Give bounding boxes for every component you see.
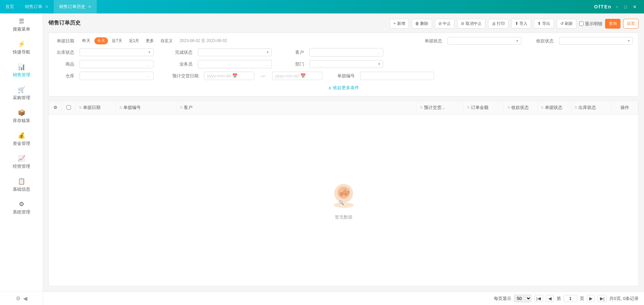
receipt-status-select[interactable]: ▾: [559, 37, 633, 45]
next-page-btn[interactable]: ▶: [587, 295, 595, 302]
tab-sales-history-close[interactable]: ✕: [88, 4, 91, 9]
calendar-to-icon[interactable]: 📅: [300, 73, 306, 78]
export-button[interactable]: ⬆ 导出: [534, 19, 554, 29]
cancel-stop-button[interactable]: ⊘ 取消中止: [457, 19, 485, 29]
date-shortcut-more[interactable]: 更多: [143, 37, 157, 44]
sidebar-item-system[interactable]: ⚙ 系统管理: [0, 196, 43, 219]
salesperson-input[interactable]: ...: [198, 60, 272, 68]
sidebar-item-inventory[interactable]: 📦 库存核算: [0, 105, 43, 128]
empty-text: 暂无数据: [335, 214, 352, 220]
th-date[interactable]: ⇅ 单据日期: [76, 102, 116, 113]
filter-row-3: 商品 ... 业务员 ... 部门 ▾: [54, 60, 633, 68]
th-delivery[interactable]: ⇅ 预计交货...: [417, 102, 464, 113]
complete-status-select[interactable]: ▾: [198, 48, 272, 56]
th-outstock[interactable]: ⇅ 出库状态: [571, 102, 611, 113]
tab-home[interactable]: 销售订单历史 首页: [0, 0, 19, 13]
department-label: 部门: [284, 61, 304, 67]
outstock-status-select[interactable]: ▾: [80, 48, 154, 56]
department-select[interactable]: ▾: [309, 60, 383, 68]
th-amount[interactable]: ⇅ 订单金额: [464, 102, 504, 113]
select-all-checkbox[interactable]: [67, 105, 71, 110]
show-detail-checkbox-label[interactable]: 显示明细: [579, 21, 602, 27]
complete-status-label: 完成状态: [172, 49, 192, 55]
th-settings[interactable]: ⚙: [49, 102, 62, 113]
sidebar-item-base-info[interactable]: 📋 基础信息: [0, 174, 43, 196]
last-page-btn[interactable]: ▶|: [598, 295, 607, 302]
empty-illustration: 🔍: [327, 180, 360, 210]
date-shortcut-yesterday[interactable]: 昨天: [80, 37, 93, 44]
doc-status-select[interactable]: ▾: [447, 37, 521, 45]
refresh-button[interactable]: ↺ 刷新: [557, 19, 576, 29]
goods-input[interactable]: ...: [80, 60, 154, 68]
toolbar: + 新增 🗑 删除 ⊘ 中止 ⊘ 取消中止 🖨 打印 ⬆ 导入 ⬆ 导出 ↺ 刷…: [390, 19, 639, 29]
filter-panel: 单据日期 昨天 今天 近7天 近1月 更多 自定义 2023-06-02 至 2…: [48, 33, 639, 97]
page-header: 销售订单历史 + 新增 🗑 删除 ⊘ 中止 ⊘ 取消中止 🖨 打印 ⬆ 导入 ⬆…: [48, 19, 639, 29]
th-docno-label: 单据编号: [123, 105, 141, 111]
system-icon: ⚙: [19, 200, 24, 208]
settings-button[interactable]: 设置: [623, 19, 639, 29]
delivery-date-to[interactable]: yyyy-mm-dd 📅: [272, 72, 323, 80]
total-info: 共0页, 0条记录: [609, 296, 639, 302]
new-button[interactable]: + 新增: [390, 19, 409, 29]
delete-button[interactable]: 🗑 删除: [412, 19, 432, 29]
show-detail-checkbox[interactable]: [579, 22, 584, 26]
th-action: 操作: [611, 102, 638, 113]
sidebar-item-quick-nav[interactable]: ⚡ 快捷导航: [0, 36, 43, 59]
calendar-from-icon[interactable]: 📅: [232, 73, 238, 78]
date-shortcut-1month[interactable]: 近1月: [126, 37, 142, 44]
prev-page-btn[interactable]: ◀: [546, 295, 554, 302]
th-amount-label: 订单金额: [471, 105, 488, 111]
th-date-sort-icon: ⇅: [79, 106, 82, 109]
import-button[interactable]: ⬆ 导入: [511, 19, 531, 29]
per-page-select[interactable]: 20 50 100: [514, 295, 531, 302]
sidebar-item-base-info-label: 基础信息: [13, 186, 30, 192]
date-shortcut-custom[interactable]: 自定义: [158, 37, 175, 44]
th-status[interactable]: ⇅ 单据状态: [538, 102, 571, 113]
sidebar-item-sales[interactable]: 📊 销售管理: [0, 59, 43, 82]
th-docno[interactable]: ⇅ 单据编号: [116, 102, 176, 113]
close-btn[interactable]: ✕: [631, 4, 639, 9]
doc-no-label: 单据编号: [335, 73, 355, 79]
th-status-label: 单据状态: [545, 105, 562, 111]
sidebar-item-search-menu[interactable]: ☰ 搜索菜单: [0, 13, 43, 36]
sidebar-toggle-icon[interactable]: ◀: [23, 295, 27, 302]
date-shortcut-today[interactable]: 今天: [94, 37, 108, 44]
maximize-btn[interactable]: □: [622, 4, 629, 9]
svg-text:🔍: 🔍: [339, 200, 344, 205]
tab-sales-order[interactable]: 销售订单 ✕: [19, 0, 54, 13]
sidebar-settings-icon[interactable]: ⚙: [16, 295, 20, 302]
sidebar-item-inventory-label: 库存核算: [13, 118, 30, 124]
svg-point-6: [344, 193, 347, 196]
th-checkbox[interactable]: [62, 103, 76, 112]
th-date-label: 单据日期: [83, 105, 100, 111]
warehouse-input[interactable]: ...: [80, 72, 154, 80]
tab-bar: 销售订单历史 首页 销售订单 ✕ 销售订单历史 ✕: [0, 0, 589, 13]
purchase-icon: 🛒: [18, 86, 25, 93]
print-button[interactable]: 🖨 打印: [488, 19, 509, 29]
sidebar-item-operations[interactable]: 📈 经营管理: [0, 151, 43, 174]
receipt-status-label: 收款状态: [533, 38, 554, 44]
tab-sales-history[interactable]: 销售订单历史 ✕: [54, 0, 97, 13]
th-customer[interactable]: ⇅ 客户: [176, 102, 417, 113]
date-shortcut-7days[interactable]: 近7天: [109, 37, 125, 44]
collapse-more-btn[interactable]: ∧ 收起更多条件: [54, 83, 633, 92]
stop-button[interactable]: ⊘ 中止: [435, 19, 455, 29]
th-receipt[interactable]: ⇅ 收款状态: [504, 102, 538, 113]
delivery-date-from[interactable]: yyyy-mm-dd 📅: [204, 72, 254, 80]
doc-status-chevron: ▾: [516, 39, 518, 43]
sidebar-item-finance[interactable]: 💰 资金管理: [0, 128, 43, 151]
page-number-input[interactable]: 1: [564, 295, 577, 302]
sidebar-bottom: ⚙ ◀: [0, 292, 43, 305]
tab-sales-order-close[interactable]: ✕: [45, 4, 48, 9]
customer-input[interactable]: ...: [309, 48, 383, 56]
doc-no-input[interactable]: [360, 72, 434, 80]
salesperson-label: 业务员: [172, 61, 192, 67]
th-outstock-label: 出库状态: [578, 105, 596, 111]
sidebar-item-purchase[interactable]: 🛒 采购管理: [0, 82, 43, 105]
minimize-btn[interactable]: −: [614, 4, 620, 9]
date-shortcuts: 昨天 今天 近7天 近1月 更多 自定义: [80, 37, 175, 44]
th-amount-sort-icon: ⇅: [467, 106, 470, 109]
th-delivery-label: 预计交货...: [424, 105, 445, 111]
first-page-btn[interactable]: |◀: [534, 295, 543, 302]
query-button[interactable]: 查询: [605, 19, 620, 29]
